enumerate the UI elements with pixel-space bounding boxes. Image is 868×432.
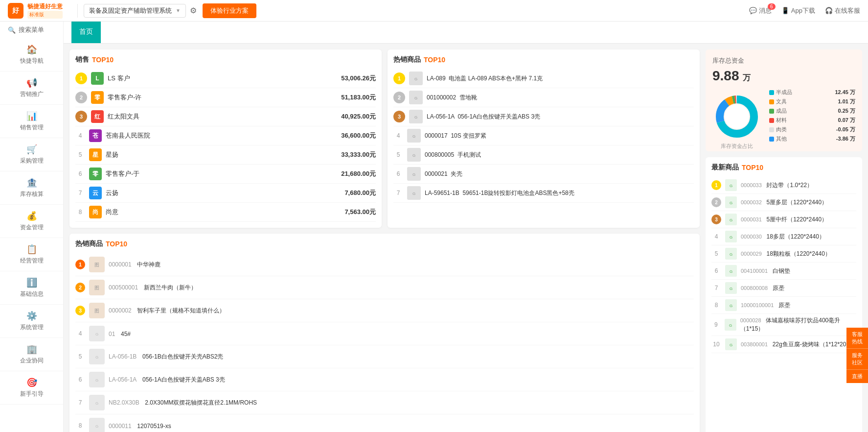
inventory-icon: 🏦 bbox=[26, 177, 37, 188]
system-selector[interactable]: 装备及固定资产辅助管理系统 ▼ bbox=[84, 4, 186, 18]
sidebar-item-purchase[interactable]: 🛒 采购管理 bbox=[0, 138, 63, 171]
product-info: 000800005 手机测试 bbox=[425, 151, 694, 159]
svg-text:G: G bbox=[95, 355, 98, 360]
hot-product-name: 056-1A白色按键开关盖ABS 3壳 bbox=[142, 376, 225, 383]
sidebar-item-basic[interactable]: ℹ️ 基础信息 bbox=[0, 271, 63, 305]
hot-product-row[interactable]: 3 图 0000002 智利车子里（规格不知道填什么） bbox=[75, 299, 694, 322]
sidebar-item-inventory[interactable]: 🏦 库存核算 bbox=[0, 171, 63, 205]
legend-label: 半成品 bbox=[776, 89, 792, 96]
legend-dot bbox=[769, 137, 774, 142]
latest-product-row[interactable]: 3 G 0000031 5厘中纤（1220*2440） bbox=[711, 211, 856, 228]
tab-home[interactable]: 首页 bbox=[71, 22, 101, 43]
hot-product-row[interactable]: 5 G LA-056-1B 056-1B白色按键开关壳ABS2壳 bbox=[75, 345, 694, 368]
latest-product-image: G bbox=[725, 248, 737, 260]
sidebar-item-finance[interactable]: 💰 资金管理 bbox=[0, 205, 63, 238]
hot-product-row[interactable]: 2 图 000500001 新西兰牛肉（新牛） bbox=[75, 276, 694, 299]
sale-product-row[interactable]: 7 G LA-59651-1B 59651-1B旋转投影灯电池盒ABS黑色+58… bbox=[393, 184, 694, 203]
latest-product-row[interactable]: 6 G 004100001 白钢垫 bbox=[711, 263, 856, 280]
hot-product-row[interactable]: 6 G LA-056-1A 056-1A白色按键开关盖ABS 3壳 bbox=[75, 368, 694, 391]
hot-product-name: 中华神鹿 bbox=[137, 261, 160, 268]
sidebar-item-operation[interactable]: 📋 经营管理 bbox=[0, 238, 63, 271]
svg-text:G: G bbox=[412, 172, 415, 177]
customer-amount: 7,563.00元 bbox=[344, 208, 376, 216]
rank-number: 5 bbox=[75, 353, 85, 360]
online-service-button[interactable]: 🎧 在线客服 bbox=[825, 6, 860, 15]
trial-button[interactable]: 体验行业方案 bbox=[203, 3, 256, 18]
latest-product-image: G bbox=[725, 265, 737, 277]
search-icon: 🔍 bbox=[8, 26, 16, 34]
svg-text:G: G bbox=[412, 134, 415, 139]
sale-product-row[interactable]: 5 G 000800005 手机测试 bbox=[393, 145, 694, 165]
sidebar: 🔍 搜索菜单 🏠 快捷导航 📢 营销推广 📊 销售管理 🛒 采购管理 🏦 库存核… bbox=[0, 22, 64, 432]
customer-row[interactable]: 4 苍 苍南县人民医院 36,600.00元 bbox=[75, 126, 376, 145]
customer-row[interactable]: 5 星 星扬 33,333.00元 bbox=[75, 145, 376, 165]
float-btn-service[interactable]: 客服热线 bbox=[846, 328, 868, 349]
sidebar-item-search[interactable]: 🔍 搜索菜单 bbox=[0, 22, 63, 38]
sidebar-item-company[interactable]: 🏢 企业协同 bbox=[0, 338, 63, 371]
hot-product-row[interactable]: 1 图 0000001 中华神鹿 bbox=[75, 253, 694, 276]
legend-label: 其他 bbox=[776, 135, 787, 143]
rank-number: 7 bbox=[393, 190, 403, 196]
latest-product-row[interactable]: 10 G 003800001 22g鱼豆腐-烧烤味（1*12*20） bbox=[711, 336, 856, 353]
float-btn-live[interactable]: 直播 bbox=[846, 370, 868, 383]
sale-product-row[interactable]: 1 G LA-089 电池盖 LA-089 ABS本色+黑种 7.1克 bbox=[393, 69, 694, 88]
sidebar-item-marketing[interactable]: 📢 营销推广 bbox=[0, 72, 63, 105]
avatar: 尚 bbox=[89, 206, 102, 218]
avatar: 零 bbox=[89, 168, 102, 180]
customer-row[interactable]: 3 红 红太阳文具 40,925.00元 bbox=[75, 107, 376, 126]
sale-product-row[interactable]: 6 G 0000021 夹壳 bbox=[393, 165, 694, 184]
latest-product-row[interactable]: 8 G 10000100001 原垄 bbox=[711, 297, 856, 314]
rank-number: 8 bbox=[75, 422, 85, 429]
product-code-name: 001000002 雪地靴 bbox=[427, 94, 694, 102]
message-icon: 💬 bbox=[749, 7, 757, 14]
latest-product-row[interactable]: 1 G 0000033 封边带（1.0*22） bbox=[711, 177, 856, 194]
hot-product-name: 2.0X30MM双摆花轴摆花直径2.1MM/ROHS bbox=[145, 399, 257, 406]
sale-product-row[interactable]: 2 G 001000002 雪地靴 bbox=[393, 88, 694, 107]
svg-text:G: G bbox=[412, 153, 415, 158]
hot-product-row[interactable]: 4 G 01 45# bbox=[75, 322, 694, 345]
latest-product-code: 0000028 bbox=[740, 317, 761, 323]
gear-icon[interactable]: ⚙ bbox=[190, 6, 197, 15]
product-code-name: 0000017 10S 变扭罗紧 bbox=[425, 132, 694, 140]
chart-area: 库存资金占比 半成品 12.45 万 文具 1.01 万 成品 0.25 万 材… bbox=[712, 89, 855, 144]
customer-row[interactable]: 7 云 云扬 7,680.00元 bbox=[75, 184, 376, 203]
hot-product-name: 056-1B白色按键开关壳ABS2壳 bbox=[142, 353, 223, 360]
sidebar-item-sales[interactable]: 📊 销售管理 bbox=[0, 105, 63, 138]
latest-product-row[interactable]: 9 G 0000028 体城嘉核味苏打饮品400毫升（1*15） bbox=[711, 314, 856, 336]
sidebar-item-system[interactable]: ⚙️ 系统管理 bbox=[0, 305, 63, 338]
customer-row[interactable]: 8 尚 尚意 7,563.00元 bbox=[75, 203, 376, 222]
avatar: 苍 bbox=[89, 129, 102, 142]
legend-item: 材料 0.07 万 bbox=[769, 117, 855, 124]
hot-product-row[interactable]: 7 G NB2.0X30B 2.0X30MM双摆花轴摆花直径2.1MM/ROHS bbox=[75, 391, 694, 414]
app-download-button[interactable]: 📱 App下载 bbox=[781, 6, 815, 15]
customer-name: 云扬 bbox=[106, 189, 341, 197]
sale-product-row[interactable]: 4 G 0000017 10S 变扭罗紧 bbox=[393, 126, 694, 145]
hot-product-row[interactable]: 8 G 0000011 12070519-xs bbox=[75, 414, 694, 432]
sidebar-item-guide[interactable]: 🎯 新手引导 bbox=[0, 371, 63, 405]
svg-text:G: G bbox=[730, 269, 732, 274]
customer-row[interactable]: 1 L LS 客户 53,006.26元 bbox=[75, 69, 376, 88]
float-btn-community[interactable]: 服务社区 bbox=[846, 349, 868, 370]
rank-badge: 1 bbox=[75, 72, 87, 84]
top-sale-products-title: 热销商品 TOP10 bbox=[393, 55, 694, 64]
legend-value: -3.86 万 bbox=[836, 135, 855, 143]
rank-number: 8 bbox=[75, 209, 85, 216]
product-image: G bbox=[409, 91, 423, 104]
svg-text:图: 图 bbox=[94, 285, 99, 290]
customer-row[interactable]: 2 零 零售客户-许 51,183.00元 bbox=[75, 88, 376, 107]
product-code-name: LA-59651-1B 59651-1B旋转投影灯电池盒ABS黑色+58壳 bbox=[425, 189, 694, 197]
latest-product-row[interactable]: 4 G 0000030 18多层（1220*2440） bbox=[711, 228, 856, 245]
customer-row[interactable]: 6 零 零售客户-于 21,680.00元 bbox=[75, 165, 376, 184]
message-button[interactable]: 💬 消息 6 bbox=[749, 6, 772, 15]
sidebar-item-quicknav[interactable]: 🏠 快捷导航 bbox=[0, 38, 63, 72]
hot-product-info: NB2.0X30B 2.0X30MM双摆花轴摆花直径2.1MM/ROHS bbox=[109, 399, 257, 407]
chevron-down-icon: ▼ bbox=[176, 8, 181, 13]
latest-product-code: 0000029 bbox=[741, 251, 762, 257]
hot-product-code: 0000001 bbox=[109, 261, 132, 268]
latest-product-row[interactable]: 7 G 000800008 原垄 bbox=[711, 280, 856, 297]
rank-badge: 2 bbox=[711, 197, 721, 207]
sale-product-row[interactable]: 3 G LA-056-1A 056-1A白色按键开关盖ABS 3壳 bbox=[393, 107, 694, 126]
svg-text:G: G bbox=[412, 192, 415, 196]
latest-product-row[interactable]: 5 G 0000029 18颗粒板（1220*2440） bbox=[711, 245, 856, 263]
latest-product-row[interactable]: 2 G 0000032 5厘多层（1220*2440） bbox=[711, 194, 856, 211]
